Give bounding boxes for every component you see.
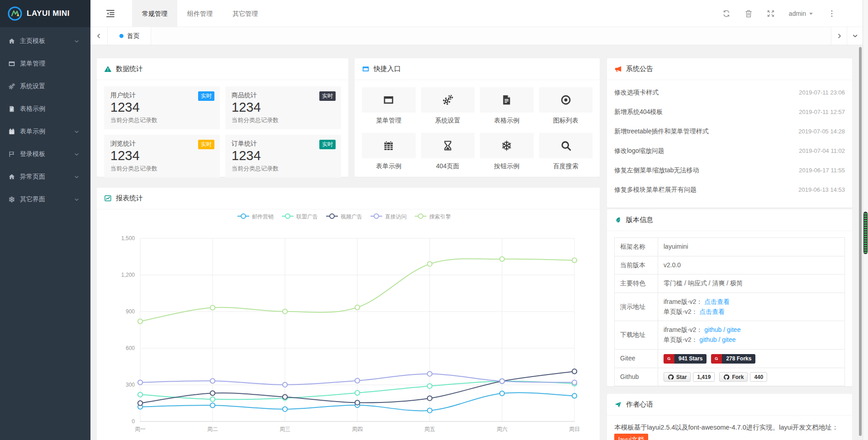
notice-text: 新增treetable插件和菜单管理样式 xyxy=(614,128,708,136)
chevron-down-icon xyxy=(852,33,859,39)
tab-home[interactable]: 首页 xyxy=(108,27,151,45)
link-点击查看[interactable]: 点击查看 xyxy=(699,308,725,315)
quick-entry-label: 菜单管理 xyxy=(362,117,416,125)
quick-entry-菜单管理[interactable]: 菜单管理 xyxy=(362,87,416,125)
version-row-label: 下载地址 xyxy=(615,321,658,349)
legend-item-视频广告[interactable]: 视频广告 xyxy=(326,213,362,220)
sidebar-item-表单示例[interactable]: 表单示例 xyxy=(0,120,90,143)
notice-item[interactable]: 修复左侧菜单缩放tab无法移动2019-06-17 11:55 xyxy=(614,161,845,180)
quick-entry-label: 系统设置 xyxy=(421,117,475,125)
link-prefix: iframe版-v2： xyxy=(664,298,704,305)
link-line: 单页版-v2： 点击查看 xyxy=(664,307,839,317)
quick-entry-百度搜索[interactable]: 百度搜索 xyxy=(539,133,593,170)
stat-value: 1234 xyxy=(232,100,335,115)
user-dropdown[interactable]: admin xyxy=(789,10,814,17)
x-axis-label: 周二 xyxy=(207,426,218,432)
github-button-label: Fork xyxy=(732,373,744,382)
card-report-chart: 报表统计 03006009001,2001,500周一周二周三周四周五周六周日邮… xyxy=(97,188,600,440)
github-count[interactable]: 1,419 xyxy=(693,372,715,382)
version-row-当前版本: 当前版本v2.0.0 xyxy=(615,256,845,274)
quick-entry-按钮示例[interactable]: 按钮示例 xyxy=(480,133,534,170)
sidebar-item-系统设置[interactable]: 系统设置 xyxy=(0,75,90,98)
sidebar-item-登录模板[interactable]: 登录模板 xyxy=(0,143,90,166)
svg-text:600: 600 xyxy=(126,345,135,351)
link-gitee[interactable]: gitee xyxy=(722,336,735,343)
clear-cache-icon[interactable] xyxy=(744,9,753,18)
window-icon xyxy=(362,65,370,73)
fullscreen-icon[interactable] xyxy=(766,9,775,18)
github-star-button[interactable]: Star xyxy=(664,372,691,382)
notice-item[interactable]: 修改选项卡样式2019-07-11 23:06 xyxy=(614,83,845,102)
active-tab-dot xyxy=(119,34,123,38)
leaf-icon xyxy=(614,216,622,224)
page-tabbar: 首页 xyxy=(90,27,863,45)
link-separator: / xyxy=(717,336,722,343)
sidebar-item-label: 菜单管理 xyxy=(20,60,45,68)
quick-entry-表单示例[interactable]: 表单示例 xyxy=(362,133,416,170)
gitee-badge-text: 278 Forks xyxy=(722,354,755,364)
link-github[interactable]: github xyxy=(704,326,721,333)
link-github[interactable]: github xyxy=(699,336,716,343)
inner-scrollbar-thumb[interactable] xyxy=(859,47,862,436)
header-tab-组件管理[interactable]: 组件管理 xyxy=(177,0,223,27)
layui-doc-badge[interactable]: layui文档 xyxy=(614,434,648,440)
legend-item-直接访问[interactable]: 直接访问 xyxy=(370,213,407,220)
collapse-menu-icon[interactable] xyxy=(105,8,116,19)
version-table: 框架名称layuimini当前版本v2.0.0主要特色零门槛 / 响应式 / 清… xyxy=(614,237,845,386)
window-scrollbar-thumb[interactable] xyxy=(863,212,868,254)
header-tab-其它管理[interactable]: 其它管理 xyxy=(223,0,268,27)
notice-date: 2019-07-04 11:02 xyxy=(799,147,845,154)
more-vertical-icon[interactable] xyxy=(827,9,836,18)
notice-item[interactable]: 新增treetable插件和菜单管理样式2019-07-05 14:28 xyxy=(614,122,845,141)
notice-date: 2019-06-13 14:53 xyxy=(798,186,845,193)
home-icon xyxy=(8,38,15,45)
sidebar-item-其它界面[interactable]: 其它界面 xyxy=(0,188,90,211)
notice-item[interactable]: 新增系统404模板2019-07-11 12:57 xyxy=(614,102,845,122)
flag-icon xyxy=(8,151,15,158)
tab-menu-button[interactable] xyxy=(847,27,863,45)
tab-scroll-right-button[interactable] xyxy=(831,27,847,45)
gitee-badge[interactable]: G941 Stars xyxy=(664,354,707,364)
gitee-badge[interactable]: G278 Forks xyxy=(711,354,755,364)
svg-text:邮件营销: 邮件营销 xyxy=(252,213,274,220)
link-gitee[interactable]: gitee xyxy=(727,326,740,333)
legend-item-搜索引擎[interactable]: 搜索引擎 xyxy=(415,213,451,220)
username: admin xyxy=(789,10,806,17)
gitee-icon: G xyxy=(664,354,674,364)
notice-item[interactable]: 修复多模块菜单栏展开有问题2019-06-13 14:53 xyxy=(614,180,845,199)
quick-entry-404页面[interactable]: 404页面 xyxy=(421,133,475,170)
window-scrollbar-track[interactable] xyxy=(863,0,868,440)
tab-scroll-left-button[interactable] xyxy=(90,27,108,45)
dot-circle-icon xyxy=(560,94,572,106)
legend-item-邮件营销[interactable]: 邮件营销 xyxy=(237,213,274,220)
github-count[interactable]: 440 xyxy=(750,372,767,382)
stat-value: 1234 xyxy=(110,148,213,163)
notice-item[interactable]: 修改logo缩放问题2019-07-04 11:02 xyxy=(614,141,845,161)
link-点击查看[interactable]: 点击查看 xyxy=(704,298,730,305)
header-tab-常规管理[interactable]: 常规管理 xyxy=(132,0,177,27)
svg-text:联盟广告: 联盟广告 xyxy=(296,213,318,220)
line-chart-icon xyxy=(104,194,112,202)
sidebar-item-主页模板[interactable]: 主页模板 xyxy=(0,30,90,52)
card-title: 系统公告 xyxy=(626,65,653,73)
quick-entry-表格示例[interactable]: 表格示例 xyxy=(480,87,534,125)
quick-entry-图标列表[interactable]: 图标列表 xyxy=(539,87,593,125)
quick-entry-系统设置[interactable]: 系统设置 xyxy=(421,87,475,125)
version-row-主要特色: 主要特色零门槛 / 响应式 / 清爽 / 极简 xyxy=(615,274,845,293)
refresh-icon[interactable] xyxy=(722,9,731,18)
sidebar-item-表格示例[interactable]: 表格示例 xyxy=(0,98,90,120)
github-fork-button[interactable]: Fork xyxy=(719,372,748,382)
notice-date: 2019-06-17 11:55 xyxy=(799,167,845,174)
paper-plane-icon xyxy=(614,401,622,408)
version-row-value: 零门槛 / 响应式 / 清爽 / 极简 xyxy=(658,274,845,293)
calendar-icon xyxy=(383,140,394,151)
legend-item-联盟广告[interactable]: 联盟广告 xyxy=(282,213,318,220)
stat-desc: 当前分类总记录数 xyxy=(110,116,213,124)
svg-text:G: G xyxy=(667,356,670,361)
sidebar-item-异常页面[interactable]: 异常页面 xyxy=(0,166,90,188)
x-axis-label: 周一 xyxy=(135,426,146,432)
sidebar-item-菜单管理[interactable]: 菜单管理 xyxy=(0,52,90,75)
app-logo[interactable]: LAYUI MINI xyxy=(0,0,90,27)
sidebar: LAYUI MINI 主页模板菜单管理系统设置表格示例表单示例登录模板异常页面其… xyxy=(0,0,90,440)
quick-entry-icon-box xyxy=(539,133,593,158)
